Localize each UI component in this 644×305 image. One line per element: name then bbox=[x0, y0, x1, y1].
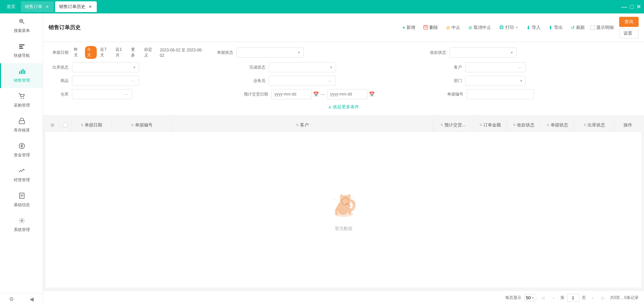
th-customer[interactable]: ⇅ 客户 bbox=[172, 118, 433, 131]
import-btn[interactable]: ⬇ 导入 bbox=[524, 23, 543, 32]
th-recv-status[interactable]: ⇅ 收款状态 bbox=[507, 118, 541, 131]
sidebar-label-finance-mgmt: 资金管理 bbox=[14, 152, 30, 158]
tab-sales-order[interactable]: 销售订单 ✕ bbox=[21, 1, 54, 12]
goods-select[interactable]: ··· bbox=[72, 76, 139, 86]
stop-btn[interactable]: ⊘ 中止 bbox=[443, 23, 463, 32]
salesperson-ellipsis-icon[interactable]: ··· bbox=[326, 78, 333, 83]
customer-ellipsis-icon[interactable]: ··· bbox=[516, 65, 523, 70]
svg-rect-5 bbox=[19, 46, 23, 47]
goods-ellipsis-icon[interactable]: ··· bbox=[129, 78, 136, 83]
setting-btn[interactable]: 设置 bbox=[619, 28, 639, 38]
print-dropdown-icon: ▼ bbox=[515, 26, 518, 29]
date-btn-more[interactable]: 更多 bbox=[129, 46, 141, 59]
maximize-btn[interactable]: □ bbox=[630, 3, 634, 10]
first-page-btn[interactable]: ◁ bbox=[539, 294, 547, 302]
export-btn[interactable]: ⬆ 导出 bbox=[546, 23, 565, 32]
sidebar-item-finance-mgmt[interactable]: 资金管理 bbox=[0, 138, 43, 163]
sidebar-label-purchase-mgmt: 采购管理 bbox=[14, 103, 30, 108]
collapse-bar[interactable]: ∧ 收起更多条件 bbox=[48, 103, 639, 111]
sales-order-tab-close[interactable]: ✕ bbox=[44, 4, 50, 9]
delete-btn[interactable]: 删除 bbox=[421, 23, 441, 32]
prev-page-btn[interactable]: ‹ bbox=[550, 294, 558, 302]
th-amount-label: 订单金额 bbox=[483, 122, 501, 128]
print-btn[interactable]: 打印 ▼ bbox=[497, 23, 521, 32]
display-toggle-label: 显示明细 bbox=[596, 25, 614, 31]
svg-point-40 bbox=[353, 197, 354, 199]
empty-state: 暂无数据 bbox=[46, 132, 641, 288]
sales-mgmt-icon bbox=[18, 68, 25, 76]
customer-select[interactable]: ··· bbox=[465, 62, 526, 72]
svg-point-41 bbox=[355, 201, 356, 202]
dept-select[interactable]: ▼ bbox=[465, 76, 526, 86]
page-size-select[interactable]: 50 ▼ bbox=[524, 294, 536, 301]
display-toggle[interactable]: 显示明细 bbox=[590, 25, 614, 31]
sidebar-settings-btn[interactable]: ⚙ bbox=[9, 296, 14, 302]
sort-delivery-icon: ⇅ bbox=[440, 123, 443, 127]
page-input[interactable] bbox=[567, 294, 579, 302]
th-out-status[interactable]: ⇅ 出库状态 bbox=[574, 118, 614, 131]
warehouse-ellipsis-icon[interactable]: ··· bbox=[123, 91, 129, 97]
new-btn[interactable]: + 新增 bbox=[400, 23, 418, 32]
refresh-btn[interactable]: ↺ 刷新 bbox=[568, 23, 588, 32]
sidebar-item-purchase-mgmt[interactable]: 采购管理 bbox=[0, 88, 43, 113]
next-page-btn[interactable]: › bbox=[589, 294, 597, 302]
sidebar-item-quick-nav[interactable]: 快捷导航 bbox=[0, 38, 43, 63]
sidebar-item-sys-mgmt[interactable]: 系统管理 bbox=[0, 213, 43, 237]
date-label: 单据日期 bbox=[48, 50, 72, 55]
recv-status-select[interactable]: ▼ bbox=[449, 47, 517, 58]
sidebar-item-sales-mgmt[interactable]: 销售管理 bbox=[0, 63, 43, 88]
warehouse-label: 仓库 bbox=[48, 91, 72, 97]
th-settings[interactable] bbox=[46, 118, 59, 131]
delivery-date-to-input[interactable] bbox=[327, 89, 368, 99]
warehouse-select[interactable]: ··· bbox=[72, 89, 132, 99]
doc-no-input[interactable] bbox=[467, 89, 534, 99]
th-doc-no[interactable]: ⇅ 单据编号 bbox=[112, 118, 172, 131]
sidebar-collapse-btn[interactable]: ◀ bbox=[30, 296, 34, 302]
delivery-date-from-input[interactable] bbox=[271, 89, 312, 99]
salesperson-select[interactable]: ··· bbox=[269, 76, 336, 86]
tab-sales-order-history[interactable]: 销售订单历史 ✕ bbox=[55, 1, 97, 12]
display-toggle-checkbox[interactable] bbox=[590, 25, 595, 30]
th-delivery[interactable]: ⇅ 预计交货... bbox=[433, 118, 473, 131]
sidebar-item-operations[interactable]: 经营管理 bbox=[0, 163, 43, 188]
salesperson-field: ··· bbox=[269, 76, 442, 86]
sidebar-item-basic-info[interactable]: 基础信息 bbox=[0, 188, 43, 213]
last-page-btn[interactable]: ▷ bbox=[599, 294, 607, 302]
sidebar-item-search-menu[interactable]: 搜索菜单 bbox=[0, 13, 43, 38]
quick-nav-icon bbox=[18, 43, 25, 51]
th-checkbox[interactable] bbox=[59, 118, 71, 131]
top-bar: 首页 销售订单 ✕ 销售订单历史 ✕ — □ ✕ bbox=[0, 0, 644, 13]
filter-row-1: 单据日期 昨天 今天 近7天 近1月 更多 自定义 2023-06-02 至 2… bbox=[48, 46, 639, 59]
date-btn-last1month[interactable]: 近1月 bbox=[114, 46, 128, 59]
tab-home[interactable]: 首页 bbox=[3, 1, 19, 12]
svg-rect-4 bbox=[19, 44, 25, 45]
date-btn-today[interactable]: 今天 bbox=[85, 46, 97, 59]
cancel-stop-btn[interactable]: ⊘ 取消中止 bbox=[466, 23, 494, 32]
complete-status-select[interactable]: ▼ bbox=[269, 62, 336, 72]
th-date[interactable]: ⇅ 单据日期 bbox=[71, 118, 112, 131]
sidebar-item-inventory[interactable]: 库存核算 bbox=[0, 113, 43, 138]
calendar-to-icon[interactable]: 📅 bbox=[369, 91, 375, 97]
close-btn[interactable]: ✕ bbox=[636, 3, 641, 10]
th-amount[interactable]: ⇅ 订单金额 bbox=[473, 118, 507, 131]
home-tab-label: 首页 bbox=[7, 4, 15, 10]
out-status-select[interactable]: ▼ bbox=[72, 62, 139, 72]
print-icon bbox=[499, 25, 504, 31]
date-btn-last7[interactable]: 近7天 bbox=[98, 46, 112, 59]
doc-status-select[interactable]: ▼ bbox=[237, 47, 304, 58]
select-all-checkbox[interactable] bbox=[63, 123, 68, 127]
minimize-btn[interactable]: — bbox=[621, 3, 627, 10]
doc-status-arrow-icon: ▼ bbox=[297, 51, 301, 54]
export-label: 导出 bbox=[554, 25, 563, 31]
date-btn-yesterday[interactable]: 昨天 bbox=[72, 46, 84, 59]
date-btn-custom[interactable]: 自定义 bbox=[142, 46, 158, 59]
recv-status-field: ▼ bbox=[449, 47, 639, 58]
finance-mgmt-icon bbox=[18, 143, 25, 151]
sidebar-label-search-menu: 搜索菜单 bbox=[14, 28, 30, 34]
calendar-from-icon[interactable]: 📅 bbox=[313, 91, 319, 97]
sidebar: 搜索菜单 快捷导航 销售管理 采购管理 库存核算 bbox=[0, 13, 43, 305]
sales-order-history-tab-close[interactable]: ✕ bbox=[87, 4, 93, 9]
svg-rect-26 bbox=[501, 28, 503, 29]
th-doc-status[interactable]: ⇅ 单据状态 bbox=[541, 118, 574, 131]
query-btn[interactable]: 查询 bbox=[619, 17, 639, 27]
